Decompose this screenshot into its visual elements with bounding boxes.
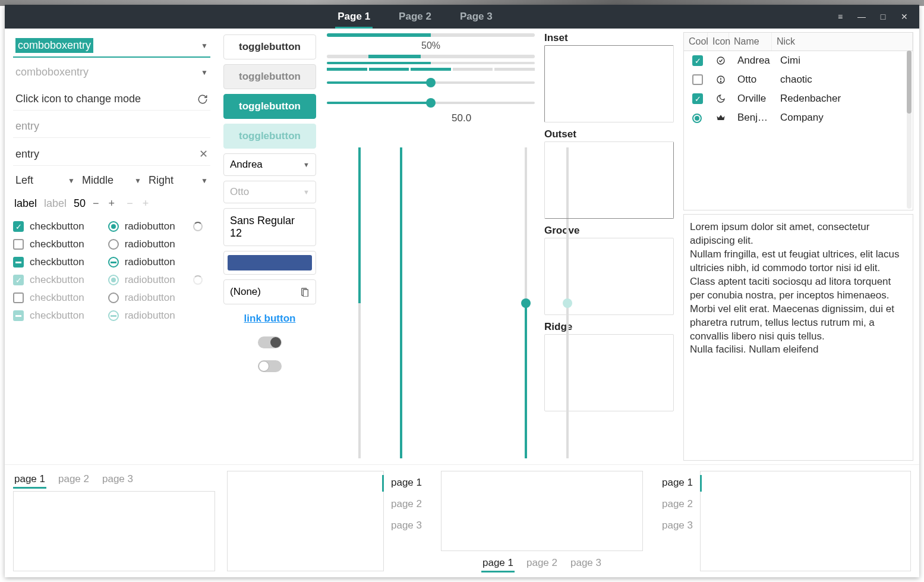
color-button[interactable]: [223, 251, 316, 275]
bottom-notebooks: page 1 page 2 page 3 page 1 page 2 page …: [5, 464, 919, 577]
checkbox-icon[interactable]: ✓: [692, 93, 703, 104]
minimize-button[interactable]: —: [855, 10, 868, 23]
table-row[interactable]: Benja… Company: [684, 108, 913, 127]
togglebutton[interactable]: togglebutton: [223, 64, 316, 89]
nb-tab[interactable]: page 3: [390, 517, 423, 534]
nb-tab[interactable]: page 1: [661, 474, 694, 491]
mode-entry[interactable]: Click icon to change mode: [13, 88, 210, 111]
entry-value: entry: [15, 148, 39, 161]
file-label: (None): [230, 286, 261, 298]
checkbox-icon: ✓: [13, 275, 24, 285]
scrollbar[interactable]: [907, 51, 912, 209]
plus-icon[interactable]: +: [106, 197, 118, 210]
switch-off[interactable]: [258, 360, 282, 372]
clear-icon[interactable]: ✕: [199, 147, 208, 161]
chevron-down-icon: ▼: [201, 177, 208, 185]
header-tab-page3[interactable]: Page 3: [458, 6, 495, 27]
scale-vertical-3[interactable]: [517, 147, 535, 458]
textview[interactable]: Lorem ipsum dolor sit amet, consectetur …: [683, 214, 913, 461]
togglebutton[interactable]: togglebutton: [223, 94, 316, 119]
nb-tab[interactable]: page 2: [390, 496, 423, 512]
checkbox-icon[interactable]: [692, 74, 703, 85]
nb-tab[interactable]: page 3: [661, 517, 694, 534]
hamburger-icon[interactable]: ≡: [834, 10, 847, 23]
static-label: label: [14, 197, 37, 210]
combo-otto: Otto▼: [223, 181, 316, 203]
radio-icon: [108, 257, 119, 268]
comboboxentry-active[interactable]: comboboxentry ▼: [13, 34, 210, 58]
entry-text: Click icon to change mode: [15, 93, 141, 105]
minus-icon[interactable]: −: [90, 197, 102, 210]
header-tab-page2[interactable]: Page 2: [396, 6, 434, 27]
switch-on[interactable]: [258, 336, 282, 348]
combo-text: comboboxentry: [15, 38, 93, 53]
cell-name: Otto: [734, 73, 777, 87]
table-row[interactable]: ✓ Andrea Cimi: [684, 51, 913, 70]
entry-with-clear[interactable]: entry ✕: [13, 143, 210, 166]
refresh-icon[interactable]: [197, 94, 208, 105]
scale-horizontal-1[interactable]: [327, 74, 535, 91]
combo-middle[interactable]: Middle▼: [80, 171, 144, 190]
levelbar-discrete: [327, 68, 535, 71]
checkbutton[interactable]: checkbutton: [13, 238, 84, 250]
combo-left[interactable]: Left▼: [13, 171, 77, 190]
column-icon[interactable]: Icon: [708, 33, 729, 51]
link-button[interactable]: link button: [223, 309, 316, 328]
treeview[interactable]: Cool Icon Name Nick ✓ Andrea Cimi: [683, 32, 913, 210]
column-name[interactable]: Name: [729, 33, 772, 51]
check-label: checkbutton: [30, 238, 84, 250]
entry-empty[interactable]: entry: [13, 115, 210, 138]
radio-label: radiobutton: [125, 238, 175, 250]
nb-tab[interactable]: page 1: [13, 471, 46, 487]
frame-label: Inset: [544, 32, 674, 44]
treeview-header: Cool Icon Name Nick: [684, 33, 913, 51]
nb-tab[interactable]: page 2: [525, 555, 559, 571]
file-chooser-button[interactable]: (None): [223, 279, 316, 304]
frame-label: Outset: [544, 128, 674, 140]
combo-label: Left: [15, 174, 33, 187]
header-tab-page1[interactable]: Page 1: [335, 6, 373, 27]
spinbutton[interactable]: 50 − +: [74, 197, 117, 210]
chevron-down-icon: ▼: [303, 188, 310, 196]
maximize-button[interactable]: □: [876, 10, 890, 23]
radio-icon: [108, 221, 119, 232]
column-nick[interactable]: Nick: [772, 33, 913, 51]
column-cool[interactable]: Cool: [684, 33, 708, 51]
nb-tab[interactable]: page 3: [101, 471, 134, 487]
checkbutton[interactable]: ✓checkbutton: [13, 221, 84, 232]
combo-andrea[interactable]: Andrea▼: [223, 153, 316, 176]
nb-tab[interactable]: page 3: [569, 555, 603, 571]
checkbox-icon[interactable]: ✓: [692, 55, 703, 66]
static-label-dim: label: [44, 197, 67, 210]
checkbutton[interactable]: checkbutton: [13, 256, 84, 268]
combo-text: comboboxentry: [15, 66, 89, 78]
radiobutton[interactable]: radiobutton: [108, 256, 203, 268]
nb-tab[interactable]: page 1: [481, 555, 515, 571]
combo-right[interactable]: Right▼: [146, 171, 210, 190]
table-row[interactable]: ✓ Orville Redenbacher: [684, 89, 913, 108]
check-label: checkbutton: [30, 310, 84, 322]
right-panel: Cool Icon Name Nick ✓ Andrea Cimi: [677, 29, 919, 464]
radiobutton[interactable]: radiobutton: [108, 221, 203, 232]
table-row[interactable]: Otto chaotic: [684, 70, 913, 89]
spinbutton-disabled: − +: [124, 197, 151, 210]
nb-tab[interactable]: page 1: [390, 474, 423, 491]
levelbar: [327, 62, 535, 64]
notebook-top-tabs: page 1 page 2 page 3: [13, 471, 215, 571]
togglebutton[interactable]: togglebutton: [223, 34, 316, 59]
frame-inset: Inset: [544, 32, 674, 122]
font-button[interactable]: Sans Regular 12: [223, 208, 316, 246]
radio-label: radiobutton: [125, 310, 175, 322]
frames-panel: Inset Outset Groove Ridge: [541, 29, 677, 464]
progressbar-activity: [327, 55, 535, 58]
radio-icon[interactable]: [692, 114, 702, 123]
scale-horizontal-2[interactable]: [327, 95, 535, 111]
scales-panel: 50% 50.0: [321, 29, 541, 464]
close-button[interactable]: ✕: [898, 10, 911, 23]
nb-tab[interactable]: page 2: [661, 496, 694, 512]
scale-vertical-1[interactable]: [351, 147, 368, 458]
radiobutton[interactable]: radiobutton: [108, 238, 203, 250]
scale-vertical-2[interactable]: [392, 147, 410, 458]
nb-tab[interactable]: page 2: [57, 471, 90, 487]
radio-label: radiobutton: [125, 221, 175, 232]
